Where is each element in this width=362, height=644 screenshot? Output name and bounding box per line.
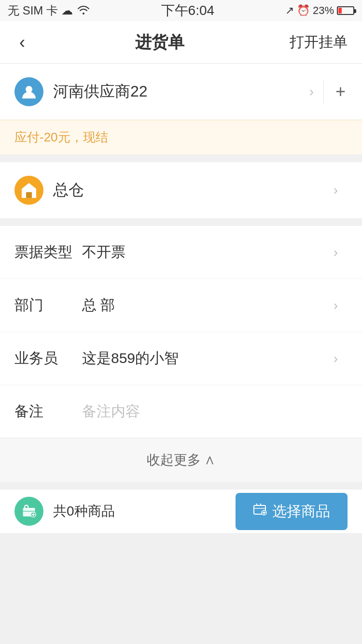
warehouse-chevron-icon: › bbox=[334, 182, 338, 198]
warehouse-avatar bbox=[14, 176, 43, 205]
status-bar: 无 SIM 卡 ☁ 下午6:04 ↗ ⏰ 23% bbox=[0, 0, 362, 21]
remark-input[interactable]: 备注内容 bbox=[72, 402, 348, 421]
content: 河南供应商22 › + 应付-20元，现结 总仓 › 票据类型 不开票 bbox=[0, 64, 362, 644]
remark-label: 备注 bbox=[14, 402, 72, 421]
nav-bar: ‹ 进货单 打开挂单 bbox=[0, 21, 362, 64]
warehouse-name: 总仓 bbox=[53, 180, 334, 201]
status-left: 无 SIM 卡 ☁ bbox=[8, 3, 90, 18]
invoice-type-value: 不开票 bbox=[72, 242, 334, 262]
status-right: ↗ ⏰ 23% bbox=[285, 4, 354, 17]
form-section: 票据类型 不开票 › 部门 总 部 › 业务员 这是859的小智 › 备注 备注… bbox=[0, 226, 362, 438]
salesperson-chevron-icon: › bbox=[334, 351, 338, 366]
invoice-type-chevron-icon: › bbox=[334, 245, 338, 260]
supplier-chevron-icon: › bbox=[309, 84, 314, 99]
warehouse-section[interactable]: 总仓 › bbox=[0, 162, 362, 218]
department-value: 总 部 bbox=[72, 295, 334, 315]
sim-label: 无 SIM 卡 ☁ bbox=[8, 3, 73, 18]
alarm-icon: ⏰ bbox=[297, 4, 310, 17]
page-title: 进货单 bbox=[135, 31, 184, 54]
invoice-type-row[interactable]: 票据类型 不开票 › bbox=[0, 226, 362, 279]
notice-text: 应付-20元，现结 bbox=[14, 130, 108, 144]
remark-row[interactable]: 备注 备注内容 bbox=[0, 385, 362, 438]
battery-percent: 23% bbox=[313, 4, 334, 17]
location-icon: ↗ bbox=[285, 4, 294, 17]
department-label: 部门 bbox=[14, 295, 72, 315]
cart-icon bbox=[253, 504, 267, 519]
invoice-type-label: 票据类型 bbox=[14, 242, 72, 262]
product-icon bbox=[14, 497, 43, 526]
select-product-button[interactable]: 选择商品 bbox=[236, 493, 348, 530]
plus-icon: + bbox=[335, 82, 346, 102]
supplier-section: 河南供应商22 › + 应付-20元，现结 bbox=[0, 64, 362, 154]
svg-point-0 bbox=[26, 86, 32, 93]
collapse-label: 收起更多 ∧ bbox=[147, 452, 216, 467]
salesperson-row[interactable]: 业务员 这是859的小智 › bbox=[0, 332, 362, 385]
department-row[interactable]: 部门 总 部 › bbox=[0, 279, 362, 332]
gray-bottom-area bbox=[0, 533, 362, 644]
department-chevron-icon: › bbox=[334, 298, 338, 313]
notice-bar: 应付-20元，现结 bbox=[0, 120, 362, 154]
open-pending-button[interactable]: 打开挂单 bbox=[290, 32, 348, 52]
supplier-name: 河南供应商22 bbox=[53, 81, 309, 102]
status-time: 下午6:04 bbox=[161, 1, 215, 20]
battery-icon bbox=[337, 6, 354, 15]
wifi-icon bbox=[77, 4, 90, 17]
svg-rect-2 bbox=[26, 192, 32, 198]
supplier-row[interactable]: 河南供应商22 › + bbox=[0, 64, 362, 120]
product-count-label: 共0种商品 bbox=[53, 502, 236, 520]
select-product-label: 选择商品 bbox=[272, 502, 330, 521]
salesperson-label: 业务员 bbox=[14, 349, 72, 368]
bottom-bar: 共0种商品 选择商品 bbox=[0, 490, 362, 533]
collapse-button[interactable]: 收起更多 ∧ bbox=[0, 438, 362, 482]
supplier-avatar bbox=[14, 77, 43, 106]
back-button[interactable]: ‹ bbox=[14, 28, 30, 57]
salesperson-value: 这是859的小智 bbox=[72, 349, 334, 368]
add-supplier-button[interactable]: + bbox=[323, 80, 348, 104]
